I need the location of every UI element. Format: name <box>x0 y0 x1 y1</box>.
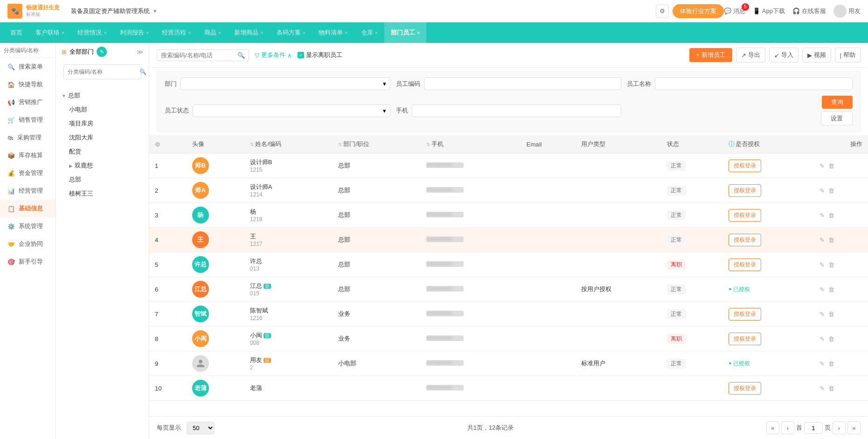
export-button[interactable]: ↗ 导出 <box>736 48 765 63</box>
delete-icon[interactable]: 🗑 <box>828 212 834 219</box>
sidebar-item-finance[interactable]: 💰 资金管理 <box>0 164 56 182</box>
sidebar-item-sales[interactable]: 🛒 销售管理 <box>0 111 56 129</box>
page-number-input[interactable] <box>804 422 823 434</box>
message-button[interactable]: 💬 消息 5 <box>724 7 745 15</box>
close-icon[interactable]: × <box>104 30 106 35</box>
delete-icon[interactable]: 🗑 <box>828 385 834 392</box>
sidebar-item-guide[interactable]: 🎯 新手引导 <box>0 253 56 271</box>
dept-item-zhishu[interactable]: 植树王三 <box>56 187 149 201</box>
close-icon[interactable]: × <box>375 30 378 35</box>
online-service-button[interactable]: 🎧 在线客服 <box>792 7 826 15</box>
dept-item-shuanglu[interactable]: ▶ 双鹿想 <box>56 159 149 173</box>
dept-item-hq[interactable]: 总部 <box>56 173 149 187</box>
dept-collapse-button[interactable]: ≫ <box>137 49 143 56</box>
next-page-button[interactable]: › <box>833 421 846 434</box>
first-page-button[interactable]: « <box>766 421 779 434</box>
th-phone[interactable]: ⇅ 手机 <box>421 135 521 153</box>
edit-icon[interactable]: ✎ <box>819 385 825 392</box>
th-settings[interactable]: ⚙ <box>149 135 187 153</box>
close-icon[interactable]: × <box>146 30 149 35</box>
edit-icon[interactable]: ✎ <box>819 335 825 342</box>
sidebar-item-system[interactable]: ⚙️ 系统管理 <box>0 217 56 235</box>
last-page-button[interactable]: » <box>847 421 861 434</box>
dept-select[interactable]: ▾ <box>181 77 390 90</box>
edit-icon[interactable]: ✎ <box>819 311 825 318</box>
tab-warehouse[interactable]: 仓库 × <box>354 22 384 43</box>
dept-item-general[interactable]: ▼ 总部 <box>56 89 149 103</box>
phone-input[interactable] <box>412 105 622 117</box>
dept-item-electronics[interactable]: 小电部 <box>56 103 149 117</box>
edit-icon[interactable]: ✎ <box>819 237 825 244</box>
sidebar-item-ops[interactable]: 📊 经营管理 <box>0 182 56 200</box>
tab-history[interactable]: 经营历程 × <box>155 22 197 43</box>
close-icon[interactable]: × <box>417 30 420 35</box>
authorize-button[interactable]: 授权登录 <box>729 184 761 197</box>
authorize-button[interactable]: 授权登录 <box>729 234 761 246</box>
tab-profit[interactable]: 利润报告 × <box>113 22 155 43</box>
edit-icon[interactable]: ✎ <box>819 286 825 293</box>
settings-button[interactable]: ⚙ <box>656 5 669 18</box>
th-name[interactable]: ⇅ 姓名/编码 <box>244 135 333 153</box>
th-dept[interactable]: ⇅ 部门/职位 <box>333 135 421 153</box>
query-button[interactable]: 查询 <box>822 96 853 109</box>
sidebar-item-collab[interactable]: 🤝 企业协同 <box>0 235 56 253</box>
user-menu[interactable]: 用友 <box>833 5 861 18</box>
close-icon[interactable]: × <box>260 30 263 35</box>
authorize-button[interactable]: 授权登录 <box>729 160 761 172</box>
delete-icon[interactable]: 🗑 <box>828 360 834 367</box>
status-select[interactable]: ▾ <box>193 105 390 117</box>
delete-icon[interactable]: 🗑 <box>828 335 834 342</box>
tab-dept-employee[interactable]: 部门员工 × <box>384 22 426 43</box>
close-icon[interactable]: × <box>218 30 221 35</box>
sidebar-item-nav[interactable]: 🏠 快捷导航 <box>0 76 56 93</box>
edit-icon[interactable]: ✎ <box>819 162 825 169</box>
tab-business[interactable]: 经营情况 × <box>71 22 113 43</box>
emp-code-input[interactable] <box>424 77 622 90</box>
delete-icon[interactable]: 🗑 <box>828 162 834 169</box>
close-icon[interactable]: × <box>62 30 64 35</box>
show-resigned-checkbox[interactable]: ✓ 显示离职员工 <box>298 51 342 59</box>
sidebar-search-input[interactable] <box>4 47 56 54</box>
delete-icon[interactable]: 🗑 <box>828 286 834 293</box>
trial-button[interactable]: 体验行业方案 <box>673 4 724 18</box>
dept-item-delivery[interactable]: 配货 <box>56 145 149 159</box>
authorize-button[interactable]: 授权登录 <box>729 308 761 321</box>
search-input[interactable] <box>161 52 236 59</box>
view-button[interactable]: ▶ 视频 <box>802 48 831 63</box>
sidebar-item-search[interactable]: 🔍 搜索菜单 <box>0 58 56 76</box>
tab-customer[interactable]: 客户联络 × <box>29 22 71 43</box>
dept-item-shenyang[interactable]: 沈阳大库 <box>56 131 149 145</box>
app-download-button[interactable]: 📱 App下载 <box>753 7 785 15</box>
tab-goods[interactable]: 商品 × <box>198 22 228 43</box>
tab-barcode[interactable]: 条码方案 × <box>270 22 312 43</box>
emp-name-input[interactable] <box>655 77 853 90</box>
tab-home[interactable]: 首页 <box>4 22 29 43</box>
edit-icon[interactable]: ✎ <box>819 261 825 268</box>
add-employee-button[interactable]: + 新增员工 <box>689 48 732 62</box>
authorize-button[interactable]: 授权登录 <box>729 258 761 271</box>
sidebar-item-marketing[interactable]: 📢 营销推广 <box>0 93 56 111</box>
more-filter-button[interactable]: ▽ 更多条件 ∧ <box>255 51 292 59</box>
tab-bom[interactable]: 物料清单 × <box>312 22 354 43</box>
edit-icon[interactable]: ✎ <box>819 360 825 367</box>
close-icon[interactable]: × <box>188 30 191 35</box>
import-button[interactable]: ↙ 导入 <box>769 48 799 63</box>
edit-icon[interactable]: ✎ <box>819 187 825 194</box>
edit-icon[interactable]: ✎ <box>819 212 825 219</box>
set-button[interactable]: 设置 <box>821 111 853 125</box>
help-button[interactable]: | 帮助 <box>835 48 861 63</box>
delete-icon[interactable]: 🗑 <box>828 311 834 318</box>
delete-icon[interactable]: 🗑 <box>828 237 834 244</box>
close-icon[interactable]: × <box>303 30 306 35</box>
delete-icon[interactable]: 🗑 <box>828 187 834 194</box>
authorize-button[interactable]: 授权登录 <box>729 209 761 222</box>
sidebar-item-basic[interactable]: 📋 基础信息 <box>0 200 56 217</box>
sidebar-item-inventory[interactable]: 📦 库存核算 <box>0 146 56 164</box>
tab-add-goods[interactable]: 新增商品 × <box>228 22 270 43</box>
dept-search-input[interactable] <box>68 69 138 75</box>
prev-page-button[interactable]: ‹ <box>781 421 794 434</box>
authorize-button[interactable]: 授权登录 <box>729 382 761 395</box>
dept-item-project[interactable]: 项目库房 <box>56 117 149 131</box>
close-icon[interactable]: × <box>345 30 347 35</box>
delete-icon[interactable]: 🗑 <box>828 261 834 268</box>
